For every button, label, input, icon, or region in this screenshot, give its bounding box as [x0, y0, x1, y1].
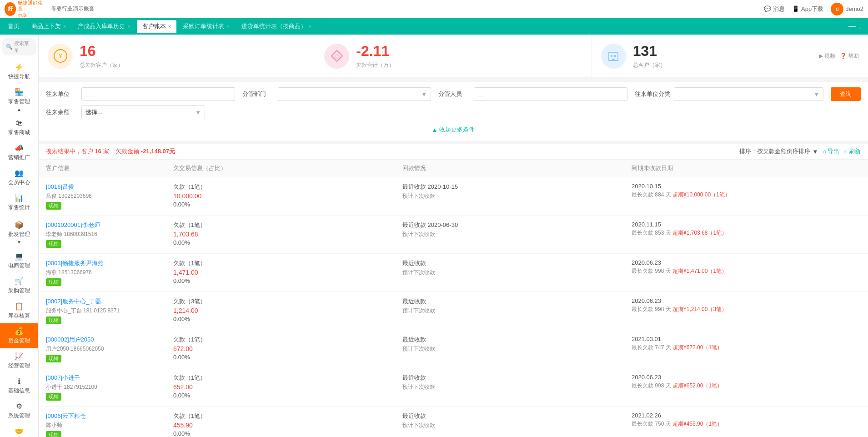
tab-close-product-off[interactable]: × [63, 24, 66, 29]
video-btn[interactable]: ▶ 视频 [819, 52, 835, 60]
result-prefix: 搜索结果中，客户 [46, 148, 93, 155]
debt-ratio-6: 0.00% [173, 392, 402, 399]
overdue-date-4: 2020.06.23 [632, 297, 861, 304]
sidebar-item-finance[interactable]: 💰 资金管理 [0, 323, 38, 348]
overdue-info-4: 最长欠款 998 天 超期¥1,214.00（3笔） [632, 306, 861, 313]
customer-name-3[interactable]: [0003]畅捷服务尹海燕 [46, 260, 104, 266]
last-payment-3: 最近收款 [402, 259, 632, 267]
sidebar-item-base-info[interactable]: ℹ 基础信息 [0, 373, 38, 398]
sidebar-item-label: 会员中心 [8, 179, 30, 186]
overdue-amount-3[interactable]: 超期¥1,471.00（1笔） [672, 268, 727, 274]
sort-select[interactable]: 排序：按欠款金额倒序排序 ▼ [739, 147, 818, 156]
tab-customer-account-label: 客户账本 [142, 22, 166, 30]
sidebar-item-ecommerce[interactable]: 💻 电商管理 [0, 248, 38, 273]
customer-tag-2: 现销 [46, 240, 61, 248]
customer-name-5[interactable]: [000002]用户2050 [46, 336, 94, 343]
tab-customer-account[interactable]: 客户账本 × [137, 20, 176, 33]
tab-close-purchase-stats[interactable]: × [309, 24, 311, 29]
customer-cell-2: [0001020001]李老师 李老师 18600391516 现销 [46, 221, 173, 248]
next-payment-4: 预计下次收款 [402, 307, 632, 315]
payment-cell-4: 最近收款 预计下次收款 [402, 297, 632, 315]
sidebar-item-batch-mgmt[interactable]: 📦 批发管理 ▼ [0, 217, 38, 248]
system-name: 母婴行业演示账套 [47, 5, 95, 13]
sidebar-item-label: 资金管理 [8, 337, 30, 345]
tab-purchase-stats[interactable]: 进货单统计表（按商品） × [236, 20, 317, 33]
tab-home[interactable]: 首页 [2, 20, 25, 33]
tab-close-customer-account[interactable]: × [168, 24, 171, 29]
tab-minimize-btn[interactable]: — [848, 22, 856, 30]
tab-product-off[interactable]: 商品上下架 × [26, 20, 71, 33]
tab-close-purchase-order[interactable]: × [226, 24, 229, 29]
debt-amount-2[interactable]: 1,703.68 [173, 231, 402, 238]
overdue-amount-6[interactable]: 超期¥652.00（1笔） [672, 382, 722, 389]
overdue-info-1: 最长欠款 884 天 超期¥10,000.00（1笔） [632, 191, 861, 199]
collapse-row[interactable]: ▲ 收起更多条件 [46, 124, 861, 136]
debt-ratio-1: 0.00% [173, 201, 402, 208]
sidebar-item-operations[interactable]: 📈 经营管理 [0, 348, 38, 373]
overdue-amount-7[interactable]: 超期¥455.90（1笔） [672, 421, 722, 427]
overdue-amount-5[interactable]: 超期¥672.00（1笔） [672, 344, 722, 351]
sidebar-item-enterprise-collab[interactable]: 🤝 企业协同 [0, 423, 38, 437]
source-unit-input[interactable]: ... [81, 87, 235, 101]
overdue-cell-3: 2020.06.23 最长欠款 998 天 超期¥1,471.00（1笔） [632, 259, 861, 275]
table-row: [0003]畅捷服务尹海燕 海燕 18513066976 现销 欠款（1笔） 1… [39, 254, 868, 292]
sidebar-item-retail-mall[interactable]: 🛍 零售商城 [0, 116, 38, 140]
overdue-amount-4[interactable]: 超期¥1,214.00（3笔） [672, 306, 727, 312]
debt-ratio-3: 0.00% [173, 277, 402, 284]
debt-count-5: 欠款（1笔） [173, 336, 402, 344]
sidebar-item-retail-mgmt[interactable]: 🏪 零售管理 ▲ [0, 84, 38, 116]
sort-label: 排序：按欠款金额倒序排序 [739, 147, 810, 156]
overdue-amount-2[interactable]: 超期¥1,703.68（1笔） [672, 230, 727, 236]
debt-amount-6[interactable]: 652.00 [173, 383, 402, 391]
refresh-btn[interactable]: ○ 刷新 [844, 147, 861, 156]
debt-amount-1[interactable]: 10,000.00 [173, 192, 402, 200]
sidebar-search-box[interactable]: 🔍 搜索菜单 [2, 38, 36, 55]
tab-purchase-order[interactable]: 采购订单统计表 × [177, 20, 235, 33]
dept-select[interactable]: ▼ [278, 87, 431, 101]
help-btn[interactable]: ❓ 帮助 [840, 52, 859, 60]
tab-home-label: 首页 [8, 22, 20, 30]
stat-card-overdue-customers: ¥ 16 总欠款客户（家） [39, 35, 315, 77]
sidebar-item-retail-stats[interactable]: 📊 零售统计 [0, 190, 38, 215]
user-menu[interactable]: d demo2 [831, 3, 863, 15]
sidebar-item-inventory[interactable]: 📋 库存核算 [0, 298, 38, 323]
next-payment-3: 预计下次收款 [402, 269, 632, 276]
refresh-icon: ○ [844, 148, 848, 155]
manager-input[interactable]: ... [474, 87, 627, 101]
customer-name-1[interactable]: [0016]吕俊 [46, 183, 74, 190]
overdue-amount-1[interactable]: 超期¥10,000.00（1笔） [672, 191, 730, 198]
debt-amount-7[interactable]: 455.90 [173, 422, 402, 429]
debt-count-6: 欠款（1笔） [173, 374, 402, 382]
batch-mgmt-icon: 📦 [15, 221, 24, 229]
message-btn[interactable]: 💬 消息 [764, 5, 785, 13]
customer-name-7[interactable]: [0006]云下粮仓 [46, 412, 86, 419]
sidebar-item-members[interactable]: 👥 会员中心 [0, 165, 38, 190]
tab-close-product-history[interactable]: × [127, 24, 130, 29]
main-content: ¥ 16 总欠款客户（家） ◇ -2.11 欠款合计（万） [39, 35, 868, 437]
customer-name-2[interactable]: [0001020001]李老师 [46, 221, 100, 228]
customer-name-6[interactable]: [0007]小进干 [46, 374, 80, 381]
stat-label-total-customers: 总客户（家） [633, 61, 666, 69]
balance-select[interactable]: 选择... ▼ [81, 105, 205, 119]
app-download-btn[interactable]: 📱 App下载 [792, 5, 823, 13]
debt-amount-3[interactable]: 1,471.00 [173, 269, 402, 276]
unit-category-select[interactable]: ▼ [674, 87, 824, 101]
sidebar-search-area[interactable]: 🔍 搜索菜单 [0, 35, 38, 59]
sidebar-item-quick-nav[interactable]: ⚡ 快捷导航 [0, 59, 38, 84]
sidebar-item-purchase[interactable]: 🛒 采购管理 [0, 273, 38, 298]
sidebar-item-marketing[interactable]: 📣 营销推广 [0, 140, 38, 165]
result-text: 搜索结果中，客户 16 家 欠款金额 -21,148.07元 [46, 147, 175, 156]
tab-product-history[interactable]: 产成品入库单历史 × [72, 20, 135, 33]
overdue-info-2: 最长欠款 853 天 超期¥1,703.68（1笔） [632, 229, 861, 237]
export-btn[interactable]: ○ 导出 [823, 147, 839, 156]
debt-amount-4[interactable]: 1,214.00 [173, 307, 402, 314]
tab-maximize-btn[interactable]: ⛶ [858, 22, 866, 30]
sidebar-item-system[interactable]: ⚙ 系统管理 [0, 398, 38, 423]
debt-amount-5[interactable]: 672.00 [173, 345, 402, 352]
customer-tag-4: 现销 [46, 316, 61, 324]
customer-name-4[interactable]: [0002]服务中心_丁磊 [46, 298, 101, 305]
tab-product-history-label: 产成品入库单历史 [78, 22, 125, 30]
logo-area: 好 畅捷通好生意示版 [5, 0, 43, 18]
query-button[interactable]: 查询 [831, 87, 861, 101]
debt-cell-2: 欠款（1笔） 1,703.68 0.00% [173, 221, 402, 246]
